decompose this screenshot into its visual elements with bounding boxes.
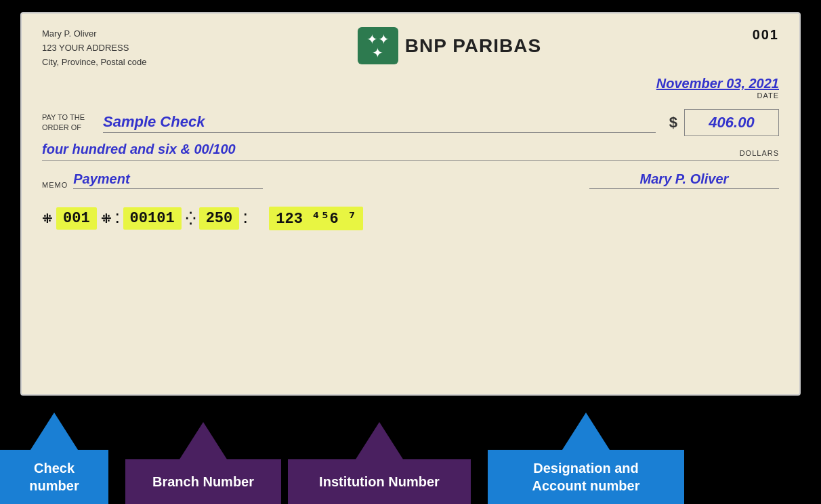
check-address2: City, Province, Postal code bbox=[42, 56, 146, 70]
micr-account: 123 ⁴⁵6 ⁷ bbox=[269, 207, 363, 230]
institution-number-column: Institution Number bbox=[288, 396, 471, 504]
memo-label: MEMO bbox=[42, 181, 68, 189]
bnp-logo-box: ✦✦✦ bbox=[358, 27, 398, 64]
branch-number-arrow-icon bbox=[180, 422, 227, 459]
designation-account-arrow-icon bbox=[562, 413, 610, 450]
check-number-label: Check number bbox=[0, 450, 108, 504]
micr-sep4: ⁚ bbox=[243, 211, 247, 226]
check-address1: 123 YOUR ADDRESS bbox=[42, 41, 146, 56]
signature-value: Mary P. Oliver bbox=[640, 171, 729, 186]
micr-sep1: ⁜ bbox=[101, 211, 111, 226]
payee-line: Sample Check bbox=[103, 113, 656, 133]
check-top-row: Mary P. Oliver 123 YOUR ADDRESS City, Pr… bbox=[42, 27, 779, 69]
dollars-label: DOLLARS bbox=[740, 149, 779, 157]
designation-account-column: Designation and Account number bbox=[488, 396, 684, 504]
date-section: November 03, 2021 DATE bbox=[42, 76, 779, 100]
bottom-labels-section: Check number Branch Number Institution N… bbox=[0, 396, 821, 504]
pay-to-row: PAY TO THEORDER OF Sample Check $ 406.00 bbox=[42, 109, 779, 136]
bank-logo: ✦✦✦ BNP PARIBAS bbox=[358, 27, 541, 64]
bnp-stars-icon: ✦✦✦ bbox=[366, 33, 390, 60]
memo-left: MEMO Payment bbox=[42, 171, 263, 189]
amount-box: 406.00 bbox=[684, 109, 779, 136]
micr-row: ⁜ 001 ⁜ ⁚ 00101 ⁛ 250 ⁚ 123 ⁴⁵6 ⁷ bbox=[42, 203, 779, 234]
micr-sep2: ⁚ bbox=[115, 211, 119, 226]
institution-number-arrow-icon bbox=[356, 422, 403, 459]
check-name-address: Mary P. Oliver 123 YOUR ADDRESS City, Pr… bbox=[42, 27, 146, 69]
pay-to-label: PAY TO THEORDER OF bbox=[42, 112, 96, 133]
date-value: November 03, 2021 bbox=[42, 76, 779, 91]
signature-line: Mary P. Oliver bbox=[589, 171, 779, 189]
branch-number-column: Branch Number bbox=[125, 396, 281, 504]
date-label: DATE bbox=[42, 91, 779, 100]
micr-check-number: 001 bbox=[56, 207, 97, 230]
check-number-arrow-icon bbox=[30, 413, 78, 450]
amount-numeric: 406.00 bbox=[709, 114, 754, 131]
micr-branch: 00101 bbox=[123, 207, 182, 230]
payee-name: Sample Check bbox=[103, 113, 205, 130]
memo-value: Payment bbox=[73, 171, 129, 186]
memo-signature-row: MEMO Payment Mary P. Oliver bbox=[42, 171, 779, 189]
micr-institution: 250 bbox=[199, 207, 240, 230]
branch-number-label: Branch Number bbox=[125, 459, 281, 505]
designation-account-label: Designation and Account number bbox=[488, 450, 684, 504]
amount-words-row: four hundred and six & 00/100 DOLLARS bbox=[42, 142, 779, 161]
micr-sep3: ⁛ bbox=[186, 211, 195, 226]
check-number-display: 001 bbox=[753, 27, 779, 43]
check-name: Mary P. Oliver bbox=[42, 27, 146, 41]
dollar-sign: $ bbox=[669, 114, 677, 131]
bank-name: BNP PARIBAS bbox=[405, 35, 541, 57]
micr-start-symbol: ⁜ bbox=[42, 211, 52, 226]
memo-line: Payment bbox=[73, 171, 263, 189]
check-paper: Mary P. Oliver 123 YOUR ADDRESS City, Pr… bbox=[20, 12, 801, 396]
institution-number-label: Institution Number bbox=[288, 459, 471, 505]
check-number-column: Check number bbox=[0, 396, 108, 504]
amount-words: four hundred and six & 00/100 bbox=[42, 142, 236, 157]
